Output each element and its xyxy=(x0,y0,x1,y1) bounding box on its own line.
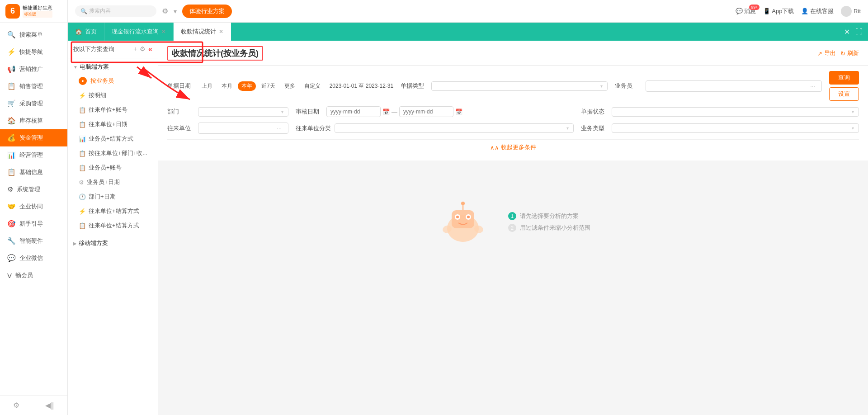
sidebar-item-inventory[interactable]: 🏠 库存核算 xyxy=(0,112,67,129)
settings-button[interactable]: 设置 xyxy=(829,87,859,101)
date-opt-lastmonth[interactable]: 上月 xyxy=(198,81,216,91)
sidebar-item-nav[interactable]: ⚡ 快捷导航 xyxy=(0,43,67,61)
salesperson-more-icon[interactable]: ··· xyxy=(810,83,815,90)
refresh-btn[interactable]: ↻ 刷新 xyxy=(840,49,859,57)
message-btn[interactable]: 💬 消息 99+ xyxy=(736,7,756,15)
scheme-item-sales-settle-label: 业务员+结算方式 xyxy=(89,135,133,143)
tab-bank-close[interactable]: ✕ xyxy=(161,28,166,35)
sidebar-item-finance[interactable]: 💰 资金管理 xyxy=(0,129,67,146)
tab-receipt-close[interactable]: ✕ xyxy=(219,28,223,35)
sidebar-item-search[interactable]: 🔍 搜索菜单 xyxy=(0,26,67,43)
step-2-num: 2 xyxy=(508,224,516,232)
scheme-item-unit-account-label: 往来单位+账号 xyxy=(89,106,127,114)
scheme-item-unit-date[interactable]: 📋 往来单位+日期 xyxy=(68,117,158,132)
sidebar-settings-btn[interactable]: ⚙ xyxy=(9,399,23,411)
scheme-item-unit-dept[interactable]: 📋 按往来单位+部门+收... xyxy=(68,146,158,160)
doctype-filter-item: 单据类型 ▾ xyxy=(401,81,608,91)
date-opt-thisyear[interactable]: 本年 xyxy=(238,81,256,91)
service-label: 在线客服 xyxy=(810,8,834,14)
date-opt-last7[interactable]: 近7天 xyxy=(258,81,279,91)
sidebar-item-system[interactable]: ⚙ 系统管理 xyxy=(0,181,67,198)
scheme-item-unit-settle2[interactable]: 📋 往来单位+结算方式 xyxy=(68,218,158,233)
scheme-item-sales-date[interactable]: ⚙ 业务员+日期 xyxy=(68,175,158,189)
dept-chevron-icon: ▾ xyxy=(281,109,283,114)
date-opt-custom[interactable]: 自定义 xyxy=(301,81,324,91)
unit-settle1-icon: ⚡ xyxy=(79,208,86,215)
salesperson-select[interactable]: ··· xyxy=(646,80,822,92)
scheme-group-desktop-header[interactable]: ▼ 电脑端方案 xyxy=(68,60,158,74)
tab-home[interactable]: 🏠 首页 xyxy=(68,23,104,41)
sidebar-label-nav: 快捷导航 xyxy=(19,48,43,56)
date-opt-more[interactable]: 更多 xyxy=(281,81,299,91)
date-opt-thismonth[interactable]: 本月 xyxy=(218,81,236,91)
dept-select[interactable]: ▾ xyxy=(198,107,288,117)
topbar-dropdown-icon[interactable]: ▾ xyxy=(174,8,177,15)
sidebar-item-basic[interactable]: 📋 基础信息 xyxy=(0,164,67,181)
collapse-up-icon: ∧∧ xyxy=(490,144,499,151)
sidebar-item-sales[interactable]: 📋 销售管理 xyxy=(0,78,67,95)
sidebar-item-wechat[interactable]: 💬 企业微信 xyxy=(0,250,67,267)
sidebar-item-guide[interactable]: 🎯 新手引导 xyxy=(0,215,67,232)
partner-category-chevron-icon: ▾ xyxy=(566,126,569,131)
partner-category-filter-item: 往来单位分类 ▾ xyxy=(296,123,574,133)
scheme-item-unit-account[interactable]: 📋 往来单位+账号 xyxy=(68,103,158,117)
unit-account-icon: 📋 xyxy=(79,107,86,113)
sidebar-label-purchase: 采购管理 xyxy=(19,99,43,108)
doc-status-select[interactable]: ▾ xyxy=(612,107,859,117)
sidebar-item-hardware[interactable]: 🔧 智能硬件 xyxy=(0,232,67,250)
scheme-item-detail[interactable]: ⚡ 按明细 xyxy=(68,88,158,103)
export-btn[interactable]: ↗ 导出 xyxy=(817,49,836,57)
topbar-search[interactable]: 🔍 搜索内容 xyxy=(75,5,156,17)
enterprise-icon: 🤝 xyxy=(7,203,16,211)
sidebar-collapse-btn[interactable]: ◀‖ xyxy=(42,399,58,411)
online-service-btn[interactable]: 👤 在线客服 xyxy=(801,7,834,15)
sidebar-item-purchase[interactable]: 🛒 采购管理 xyxy=(0,95,67,112)
partner-more-icon[interactable]: ··· xyxy=(277,125,282,132)
sales-account-icon: 📋 xyxy=(79,165,86,171)
scheme-add-btn[interactable]: + xyxy=(133,45,137,53)
empty-steps: 1 请先选择要分析的方案 2 用过滤条件来缩小分析范围 xyxy=(508,212,590,236)
filter-buttons: 查询 设置 xyxy=(829,71,859,101)
main-content: 收款情况统计(按业务员) ↗ 导出 ↻ 刷新 xyxy=(158,41,868,415)
scheme-item-dept-date[interactable]: 🕐 部门+日期 xyxy=(68,189,158,204)
scheme-item-unit-settle1[interactable]: ⚡ 往来单位+结算方式 xyxy=(68,204,158,218)
scheme-item-sales-account[interactable]: 📋 业务员+账号 xyxy=(68,160,158,175)
salesperson-label: 业务员 xyxy=(615,82,642,90)
topbar-gear-icon[interactable]: ⚙ xyxy=(162,7,168,15)
scheme-settings-btn[interactable]: ⚙ xyxy=(140,45,146,53)
doc-status-label: 单据状态 xyxy=(581,108,608,116)
sidebar-label-guide: 新手引导 xyxy=(19,220,43,228)
app-download-btn[interactable]: 📱 App下载 xyxy=(763,7,794,15)
user-name: Rit xyxy=(854,8,861,14)
tab-bank[interactable]: 现金银行流水查询 ✕ xyxy=(104,23,174,41)
collapse-bar[interactable]: ∧∧ 收起更多条件 xyxy=(167,139,859,155)
partner-select[interactable]: ··· xyxy=(198,123,288,134)
sidebar-item-enterprise[interactable]: 🤝 企业协同 xyxy=(0,198,67,215)
filter-row-1: 单据日期 上月 本月 本年 近7天 更多 自定义 2023-01-01 至 xyxy=(167,71,859,101)
audit-date-to-input[interactable] xyxy=(399,106,453,117)
audit-date-from-input[interactable] xyxy=(326,106,381,117)
doctype-select[interactable]: ▾ xyxy=(431,81,608,91)
partner-category-select[interactable]: ▾ xyxy=(335,123,574,133)
scheme-collapse-btn[interactable]: « xyxy=(148,45,152,53)
biz-type-select[interactable]: ▾ xyxy=(612,123,859,133)
user-area[interactable]: Rit xyxy=(841,6,861,17)
tab-receipt[interactable]: 收款情况统计 ✕ xyxy=(174,23,231,41)
scheme-group-mobile-header[interactable]: ▶ 移动端方案 xyxy=(68,236,158,250)
sidebar-item-marketing[interactable]: 📢 营销推广 xyxy=(0,61,67,78)
scheme-item-salesperson[interactable]: ● 按业务员 xyxy=(68,74,158,88)
tab-fullscreen-btn[interactable]: ⛶ xyxy=(855,28,863,36)
page-title-row: 收款情况统计(按业务员) ↗ 导出 ↻ 刷新 xyxy=(167,46,859,61)
scheme-item-sales-settle[interactable]: 📊 业务员+结算方式 xyxy=(68,132,158,146)
scheme-header-actions: + ⚙ « xyxy=(133,45,152,53)
trial-button[interactable]: 体验行业方案 xyxy=(182,5,232,18)
audit-date-to-calendar-icon[interactable]: 📅 xyxy=(455,108,462,115)
app-download-label: App下载 xyxy=(772,8,794,14)
audit-date-from-calendar-icon[interactable]: 📅 xyxy=(382,108,390,115)
query-button[interactable]: 查询 xyxy=(829,71,859,85)
sidebar-item-member[interactable]: V 畅会员 xyxy=(0,267,67,284)
svg-rect-1 xyxy=(452,210,474,228)
tab-close-all-btn[interactable]: ✕ xyxy=(844,28,850,36)
sidebar-item-operation[interactable]: 📊 经营管理 xyxy=(0,146,67,164)
scheme-item-unit-settle2-label: 往来单位+结算方式 xyxy=(89,222,139,230)
